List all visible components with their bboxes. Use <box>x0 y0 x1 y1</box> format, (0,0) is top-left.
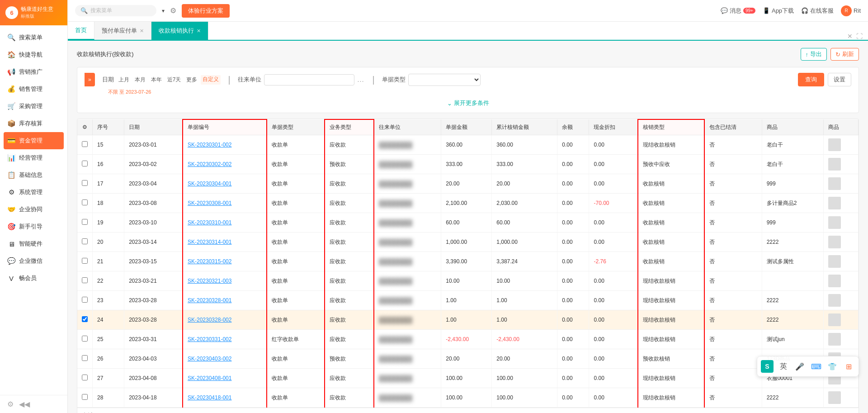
cell-checkbox[interactable] <box>77 388 93 408</box>
table-row[interactable]: 23 2023-03-28 SK-20230328-001 收款单 应收款 ██… <box>77 291 859 310</box>
online-service-item[interactable]: 🎧 在线客服 <box>801 7 834 15</box>
tab-home[interactable]: 首页 <box>68 22 94 40</box>
table-row[interactable]: 21 2023-03-15 SK-20230315-002 收款单 应收款 ██… <box>77 252 859 271</box>
cell-doc-no[interactable]: SK-20230408-001 <box>183 369 267 388</box>
float-text-icon[interactable]: 英 <box>777 360 790 373</box>
cell-checkbox[interactable] <box>77 213 93 233</box>
sidebar-item-4[interactable]: 🛒 采购管理 <box>0 98 67 115</box>
table-row[interactable]: 22 2023-03-21 SK-20230321-003 收款单 应收款 ██… <box>77 271 859 291</box>
cell-doc-no[interactable]: SK-20230314-001 <box>183 233 267 252</box>
filter-expand-button[interactable]: » <box>85 73 95 86</box>
filter-date-last-month[interactable]: 上月 <box>117 75 131 85</box>
cell-cash-discount: 0.00 <box>589 369 638 388</box>
cell-num: 24 <box>93 310 124 330</box>
export-button[interactable]: ↑ 导出 <box>801 48 827 61</box>
cell-goods-img <box>824 310 859 330</box>
table-header-row: ⚙ 序号 日期 单据编号 单据类型 业务类型 往来单位 单据金额 累计核销金额 … <box>77 119 859 135</box>
cell-checkbox[interactable] <box>77 369 93 388</box>
filter-date-custom[interactable]: 自定义 <box>201 75 221 85</box>
cell-doc-no[interactable]: SK-20230315-002 <box>183 252 267 271</box>
tab-prepayment-close[interactable]: ✕ <box>140 28 144 34</box>
cell-checkbox[interactable] <box>77 174 93 194</box>
tab-receipt-offset[interactable]: 收款核销执行 ✕ <box>151 22 208 40</box>
filter-date-7days[interactable]: 近7天 <box>165 75 183 85</box>
filter-partner-dots[interactable]: … <box>357 76 365 84</box>
sidebar-item-8[interactable]: 📋 基础信息 <box>0 166 67 184</box>
filter-date-this-year[interactable]: 本年 <box>149 75 164 85</box>
cell-doc-no[interactable]: SK-20230304-001 <box>183 174 267 194</box>
query-button[interactable]: 查询 <box>798 73 824 86</box>
topbar-dropdown[interactable]: ▾ <box>162 8 165 14</box>
sidebar-item-7[interactable]: 📊 经营管理 <box>0 149 67 166</box>
float-shirt-icon[interactable]: 👕 <box>826 360 839 373</box>
topbar-search[interactable]: 🔍 搜索菜单 <box>75 5 156 16</box>
collapse-icon[interactable]: ◀◀ <box>19 400 30 408</box>
sidebar-item-13[interactable]: 💬 企业微信 <box>0 252 67 270</box>
settings-button[interactable]: 设置 <box>828 73 851 86</box>
app-download-item[interactable]: 📱 App下载 <box>763 7 794 15</box>
cell-doc-no[interactable]: SK-20230328-002 <box>183 310 267 330</box>
cell-checkbox[interactable] <box>77 349 93 369</box>
float-keyboard-icon[interactable]: ⌨ <box>810 360 822 373</box>
float-mic-icon[interactable]: 🎤 <box>793 360 806 373</box>
message-item[interactable]: 💬 消息 99+ <box>721 7 755 15</box>
tab-receipt-offset-close[interactable]: ✕ <box>197 28 201 34</box>
table-row[interactable]: 15 2023-03-01 SK-20230301-002 收款单 应收款 ██… <box>77 135 859 155</box>
tab-expand-icon[interactable]: ⛶ <box>856 33 863 40</box>
cell-doc-no[interactable]: SK-20230418-001 <box>183 388 267 408</box>
refresh-button[interactable]: ↻ 刷新 <box>830 48 859 61</box>
tab-prepayment[interactable]: 预付单应付单 ✕ <box>94 22 151 40</box>
sidebar-item-9[interactable]: ⚙ 系统管理 <box>0 184 67 201</box>
table-row[interactable]: 19 2023-03-10 SK-20230310-001 收款单 应收款 ██… <box>77 213 859 233</box>
sidebar-item-5[interactable]: 📦 库存核算 <box>0 115 67 132</box>
cell-doc-no[interactable]: SK-20230328-001 <box>183 291 267 310</box>
cell-num: 27 <box>93 369 124 388</box>
sidebar-item-0[interactable]: 🔍 搜索菜单 <box>0 29 67 46</box>
cell-doc-no[interactable]: SK-20230403-002 <box>183 349 267 369</box>
table-row[interactable]: 16 2023-03-02 SK-20230302-002 收款单 预收款 ██… <box>77 155 859 174</box>
sidebar-item-11[interactable]: 🎯 新手引导 <box>0 218 67 235</box>
sidebar-item-1[interactable]: 🏠 快捷导航 <box>0 46 67 63</box>
cell-doc-no[interactable]: SK-20230331-002 <box>183 330 267 349</box>
cell-checkbox[interactable] <box>77 330 93 349</box>
cell-doc-no[interactable]: SK-20230308-001 <box>183 194 267 213</box>
filter-date-more[interactable]: 更多 <box>184 75 199 85</box>
sidebar-item-14[interactable]: V 畅会员 <box>0 270 67 287</box>
cell-doc-no[interactable]: SK-20230310-001 <box>183 213 267 233</box>
cell-checkbox[interactable] <box>77 271 93 291</box>
table-row[interactable]: 17 2023-03-04 SK-20230304-001 收款单 应收款 ██… <box>77 174 859 194</box>
filter-partner-input[interactable] <box>264 74 354 85</box>
cell-checkbox[interactable] <box>77 135 93 155</box>
gear-icon[interactable]: ⚙ <box>170 6 176 15</box>
table-row[interactable]: 27 2023-04-08 SK-20230408-001 收款单 应收款 ██… <box>77 369 859 388</box>
user-item[interactable]: R Rit <box>841 5 861 16</box>
sidebar-item-10[interactable]: 🤝 企业协同 <box>0 201 67 218</box>
float-grid-icon[interactable]: ⊞ <box>842 360 855 373</box>
cell-doc-no[interactable]: SK-20230302-002 <box>183 155 267 174</box>
cell-checkbox[interactable] <box>77 252 93 271</box>
sidebar-item-3[interactable]: 💰 销售管理 <box>0 81 67 98</box>
sidebar-item-12[interactable]: 🖥 智能硬件 <box>0 235 67 252</box>
table-row[interactable]: 20 2023-03-14 SK-20230314-001 收款单 应收款 ██… <box>77 233 859 252</box>
sidebar-item-2[interactable]: 📢 营销推广 <box>0 63 67 81</box>
filter-date-hint: 不限 至 2023-07-26 <box>108 89 151 95</box>
cell-checkbox[interactable] <box>77 155 93 174</box>
cell-doc-no[interactable]: SK-20230321-003 <box>183 271 267 291</box>
tab-close-all-icon[interactable]: ✕ <box>847 33 853 40</box>
cell-checkbox[interactable] <box>77 291 93 310</box>
cell-checkbox[interactable] <box>77 310 93 330</box>
cell-checkbox[interactable] <box>77 233 93 252</box>
table-row[interactable]: 24 2023-03-28 SK-20230328-002 收款单 应收款 ██… <box>77 310 859 330</box>
solution-button[interactable]: 体验行业方案 <box>182 4 230 18</box>
settings-icon[interactable]: ⚙ <box>7 400 14 408</box>
table-row[interactable]: 18 2023-03-08 SK-20230308-001 收款单 应收款 ██… <box>77 194 859 213</box>
filter-doc-type-select[interactable] <box>408 74 481 86</box>
filter-date-this-month[interactable]: 本月 <box>133 75 147 85</box>
cell-checkbox[interactable] <box>77 194 93 213</box>
table-row[interactable]: 26 2023-04-03 SK-20230403-002 收款单 预收款 ██… <box>77 349 859 369</box>
cell-doc-no[interactable]: SK-20230301-002 <box>183 135 267 155</box>
table-row[interactable]: 28 2023-04-18 SK-20230418-001 收款单 应收款 ██… <box>77 388 859 408</box>
expand-conditions-btn[interactable]: ⌄ 展开更多条件 <box>85 99 851 107</box>
table-row[interactable]: 25 2023-03-31 SK-20230331-002 红字收款单 应收款 … <box>77 330 859 349</box>
sidebar-item-6[interactable]: 💳 资金管理 <box>4 132 64 149</box>
